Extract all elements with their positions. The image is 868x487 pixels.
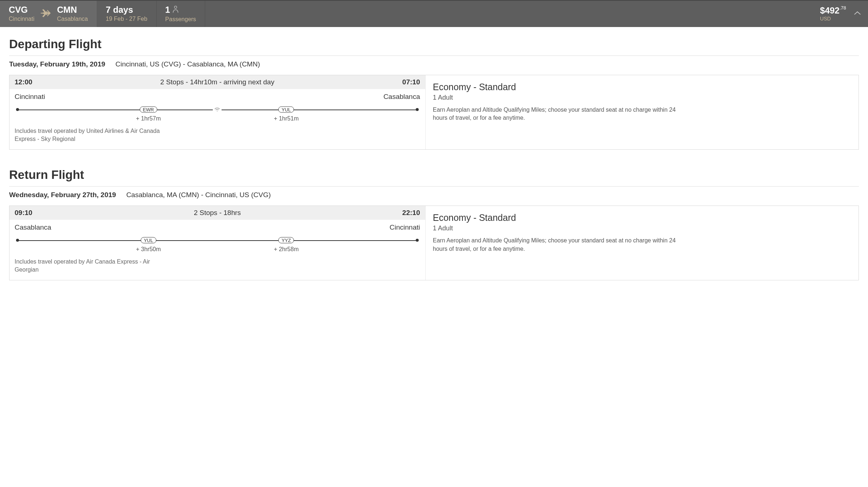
departing-date-route: Tuesday, February 19th, 2019 Cincinnati,… xyxy=(9,60,859,68)
flight-summary: 2 Stops - 18hrs xyxy=(194,209,241,217)
return-route: Casablanca, MA (CMN) - Cincinnati, US (C… xyxy=(126,191,271,199)
arr-city: Casablanca xyxy=(383,93,420,101)
return-date: Wednesday, February 27th, 2019 xyxy=(9,191,116,199)
departing-flight-card: 12:00 2 Stops - 14hr10m - arriving next … xyxy=(9,75,859,150)
departing-route: Cincinnati, US (CVG) - Casablanca, MA (C… xyxy=(115,60,260,68)
price-cents: .78 xyxy=(840,5,846,11)
operator-note: Includes travel operated by United Airli… xyxy=(15,127,168,143)
flight-itinerary: 12:00 2 Stops - 14hr10m - arriving next … xyxy=(9,75,426,149)
operator-note: Includes travel operated by Air Canada E… xyxy=(15,258,168,273)
stop-chip: YYZ xyxy=(279,237,294,244)
dep-city: Cincinnati xyxy=(15,93,45,101)
arr-time: 22:10 xyxy=(402,209,420,217)
fare-desc: Earn Aeroplan and Altitude Qualifying Mi… xyxy=(433,106,681,122)
wifi-icon xyxy=(213,107,222,112)
fare-desc: Earn Aeroplan and Altitude Qualifying Mi… xyxy=(433,237,681,253)
fare-panel: Economy - Standard 1 Adult Earn Aeroplan… xyxy=(426,206,859,280)
person-icon xyxy=(172,5,179,15)
price-amount: $492.78 xyxy=(820,6,846,15)
separator xyxy=(9,55,859,56)
header-spacer xyxy=(205,1,811,27)
flight-summary: 2 Stops - 14hr10m - arriving next day xyxy=(160,78,274,86)
departing-date: Tuesday, February 19th, 2019 xyxy=(9,60,105,68)
pax-count: 1 xyxy=(165,5,170,14)
header-pax-section[interactable]: 1 Passengers xyxy=(157,1,206,27)
flight-header-row: 09:10 2 Stops - 18hrs 22:10 xyxy=(9,206,425,220)
fare-pax: 1 Adult xyxy=(433,225,851,232)
header-route-section[interactable]: CVG Cincinnati CMN Casablanca xyxy=(0,1,97,27)
departing-title: Departing Flight xyxy=(9,37,859,51)
stop-chip: EWR xyxy=(139,107,157,113)
pax-label: Passengers xyxy=(165,16,196,23)
svg-point-0 xyxy=(174,6,177,8)
layover-time: + 1hr57m xyxy=(136,115,161,122)
dep-city: Casablanca xyxy=(15,223,51,231)
layover-time: + 1hr51m xyxy=(274,115,299,122)
stop-chip: YUL xyxy=(141,237,156,244)
dep-time: 12:00 xyxy=(15,78,32,86)
layover-time: + 2hr58m xyxy=(274,246,299,253)
price-currency: USD xyxy=(820,16,846,22)
return-title: Return Flight xyxy=(9,168,859,182)
summary-header: CVG Cincinnati CMN Casablanca 7 days 19 … xyxy=(0,0,868,27)
separator xyxy=(9,186,859,187)
return-date-route: Wednesday, February 27th, 2019 Casablanc… xyxy=(9,191,859,199)
chevron-up-icon[interactable] xyxy=(853,11,861,17)
stop-chip: YUL xyxy=(279,107,294,113)
flight-itinerary: 09:10 2 Stops - 18hrs 22:10 Casablanca C… xyxy=(9,206,426,280)
flight-header-row: 12:00 2 Stops - 14hr10m - arriving next … xyxy=(9,75,425,89)
header-dates-section[interactable]: 7 days 19 Feb - 27 Feb xyxy=(97,1,157,27)
arr-city: Cincinnati xyxy=(389,223,420,231)
fare-pax: 1 Adult xyxy=(433,94,851,101)
price-main: $492 xyxy=(820,5,840,15)
fare-title: Economy - Standard xyxy=(433,212,851,223)
dest-code: CMN xyxy=(57,5,88,14)
svg-point-1 xyxy=(217,111,218,111)
dep-time: 09:10 xyxy=(15,209,32,217)
fare-title: Economy - Standard xyxy=(433,82,851,92)
duration-sub: 19 Feb - 27 Feb xyxy=(106,16,147,22)
stops-timeline: EWR YUL xyxy=(15,106,420,113)
fare-panel: Economy - Standard 1 Adult Earn Aeroplan… xyxy=(426,75,859,149)
header-price-section[interactable]: $492.78 USD xyxy=(811,1,868,27)
arr-time: 07:10 xyxy=(402,78,420,86)
origin-code: CVG xyxy=(9,5,34,14)
origin-city: Cincinnati xyxy=(9,16,34,22)
stops-timeline: YUL YYZ xyxy=(15,237,420,244)
plane-icon xyxy=(40,8,51,20)
dest-city: Casablanca xyxy=(57,16,88,22)
layover-time: + 3hr50m xyxy=(136,246,161,253)
duration-main: 7 days xyxy=(106,5,147,14)
return-flight-card: 09:10 2 Stops - 18hrs 22:10 Casablanca C… xyxy=(9,206,859,280)
